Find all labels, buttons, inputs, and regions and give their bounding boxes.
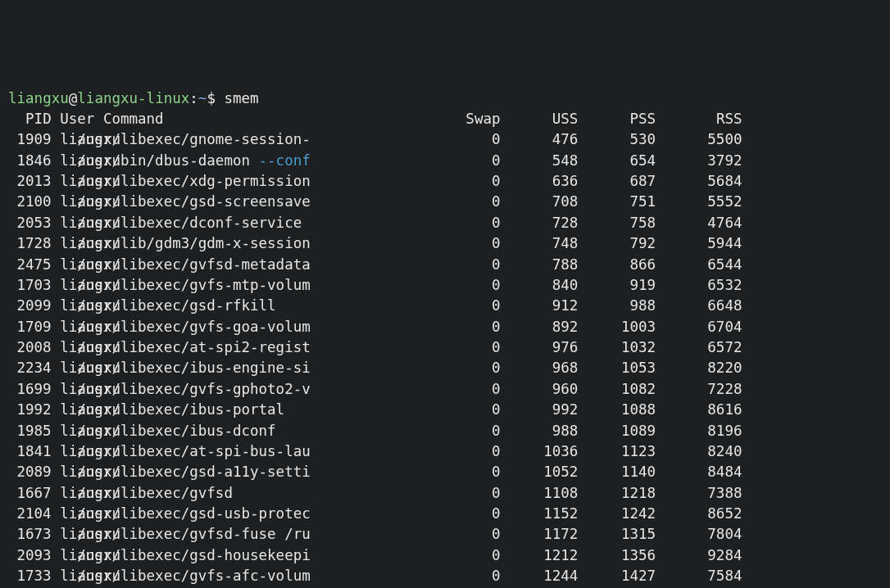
cell-pid: 1992 — [8, 400, 52, 420]
cell-command: /usr/libexec/gsd-housekeepi — [60, 545, 405, 566]
cell-uss: 988 — [501, 421, 579, 441]
cell-uss: 636 — [501, 171, 579, 192]
table-row: 1709 liangxu /usr/libexec/gvfs-goa-volum… — [8, 317, 882, 337]
cell-command: /usr/libexec/gsd-screensave — [60, 192, 405, 212]
cell-user: liangxu — [52, 421, 61, 441]
cell-rss: 8616 — [656, 400, 742, 420]
cell-pss: 1089 — [578, 421, 656, 441]
cell-pid: 2053 — [8, 213, 52, 233]
cell-uss: 1244 — [501, 566, 579, 586]
cell-user: liangxu — [52, 213, 61, 233]
cell-command: /usr/libexec/gvfsd — [60, 483, 405, 504]
cell-pid: 1985 — [8, 421, 52, 441]
table-row: 1728 liangxu /usr/lib/gdm3/gdm-x-session… — [8, 233, 882, 254]
cell-user: liangxu — [52, 296, 61, 316]
shell-prompt-line[interactable]: liangxu@liangxu-linux:~$ smem — [8, 88, 882, 109]
col-header-swap: Swap — [406, 109, 501, 129]
cell-swap: 0 — [406, 171, 501, 192]
cell-command: /usr/libexec/gvfs-gphoto2-v — [60, 379, 405, 400]
cell-command: /usr/libexec/xdg-permission — [60, 171, 405, 192]
cell-pss: 687 — [578, 171, 656, 192]
table-row: 2100 liangxu /usr/libexec/gsd-screensave… — [8, 192, 882, 212]
cell-command: /usr/libexec/gnome-session- — [60, 129, 405, 150]
cell-pid: 1728 — [8, 233, 52, 254]
cell-uss: 1152 — [501, 504, 579, 524]
cell-swap: 0 — [406, 504, 501, 524]
cell-pss: 758 — [578, 213, 656, 233]
col-header-pss: PSS — [578, 109, 656, 129]
cell-command: /usr/libexec/gsd-rfkill — [60, 296, 405, 316]
cell-pss: 1003 — [578, 317, 656, 337]
cell-user: liangxu — [52, 483, 61, 504]
cell-command: /usr/libexec/dconf-service — [60, 213, 405, 233]
cell-swap: 0 — [406, 255, 501, 275]
cell-uss: 1036 — [501, 441, 579, 462]
cell-rss: 7804 — [656, 524, 742, 545]
table-row: 2104 liangxu /usr/libexec/gsd-usb-protec… — [8, 504, 882, 524]
cell-user: liangxu — [52, 400, 61, 420]
cell-user: liangxu — [52, 171, 61, 192]
cell-rss: 4764 — [656, 213, 742, 233]
cell-swap: 0 — [406, 317, 501, 337]
cell-command: /usr/libexec/at-spi-bus-lau — [60, 441, 405, 462]
cell-rss: 3792 — [656, 151, 742, 171]
cell-command: /usr/libexec/gsd-usb-protec — [60, 504, 405, 524]
cell-user: liangxu — [52, 317, 61, 337]
prompt-path: ~ — [198, 90, 207, 106]
cell-swap: 0 — [406, 213, 501, 233]
table-row: 2093 liangxu /usr/libexec/gsd-housekeepi… — [8, 545, 882, 566]
cell-uss: 1052 — [501, 462, 579, 482]
cell-pid: 2013 — [8, 171, 52, 192]
cell-pid: 1841 — [8, 441, 52, 462]
cell-rss: 5684 — [656, 171, 742, 192]
cell-swap: 0 — [406, 524, 501, 545]
cell-swap: 0 — [406, 379, 501, 400]
cell-pid: 2089 — [8, 462, 52, 482]
cell-swap: 0 — [406, 441, 501, 462]
cell-user: liangxu — [52, 337, 61, 358]
cell-command: /usr/libexec/at-spi2-regist — [60, 337, 405, 358]
cell-uss: 1108 — [501, 483, 579, 504]
cell-pid: 1667 — [8, 483, 52, 504]
table-row: 2089 liangxu /usr/libexec/gsd-a11y-setti… — [8, 462, 882, 482]
table-row: 1985 liangxu /usr/libexec/ibus-dconf 098… — [8, 421, 882, 441]
cell-user: liangxu — [52, 233, 61, 254]
cell-uss: 1212 — [501, 545, 579, 566]
cell-rss: 8484 — [656, 462, 742, 482]
cell-pss: 1315 — [578, 524, 656, 545]
cell-user: liangxu — [52, 192, 61, 212]
cell-pid: 2104 — [8, 504, 52, 524]
cell-pss: 1032 — [578, 337, 656, 358]
cell-pss: 1218 — [578, 483, 656, 504]
cell-uss: 992 — [501, 400, 579, 420]
cell-pss: 988 — [578, 296, 656, 316]
col-header-command: Command — [60, 109, 405, 129]
terminal-output: liangxu@liangxu-linux:~$ smemPID User Co… — [8, 88, 882, 589]
table-row: 1992 liangxu /usr/libexec/ibus-portal 09… — [8, 400, 882, 420]
cell-command: /usr/libexec/gvfs-goa-volum — [60, 317, 405, 337]
cell-uss: 892 — [501, 317, 579, 337]
prompt-user: liangxu — [8, 90, 69, 106]
cell-pid: 2234 — [8, 358, 52, 378]
cell-user: liangxu — [52, 441, 61, 462]
table-row: 2008 liangxu /usr/libexec/at-spi2-regist… — [8, 337, 882, 358]
cell-rss: 8652 — [656, 504, 742, 524]
cell-command: /usr/libexec/ibus-dconf — [60, 421, 405, 441]
cell-user: liangxu — [52, 566, 61, 586]
cell-swap: 0 — [406, 421, 501, 441]
cell-user: liangxu — [52, 358, 61, 378]
prompt-host: liangxu-linux — [77, 90, 189, 106]
table-row: 2475 liangxu /usr/libexec/gvfsd-metadata… — [8, 255, 882, 275]
cell-swap: 0 — [406, 192, 501, 212]
cell-pid: 1733 — [8, 566, 52, 586]
cell-pid: 2099 — [8, 296, 52, 316]
cell-pid: 1709 — [8, 317, 52, 337]
col-header-uss: USS — [501, 109, 579, 129]
cell-uss: 840 — [501, 275, 579, 296]
cell-command: /usr/bin/dbus-daemon --conf — [60, 151, 405, 171]
cell-pid: 2100 — [8, 192, 52, 212]
cell-rss: 5552 — [656, 192, 742, 212]
table-row: 1909 liangxu /usr/libexec/gnome-session-… — [8, 129, 882, 150]
cell-swap: 0 — [406, 358, 501, 378]
cell-rss: 5500 — [656, 129, 742, 150]
